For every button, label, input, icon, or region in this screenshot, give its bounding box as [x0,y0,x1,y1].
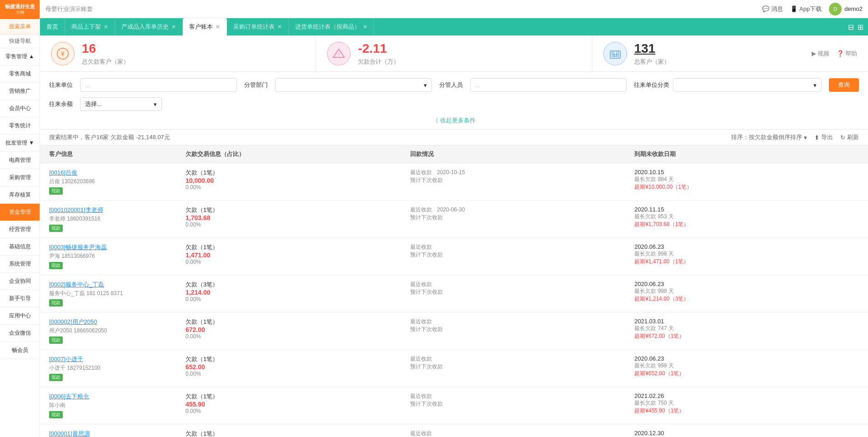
sidebar-item-purchase[interactable]: 采购管理 [0,169,40,186]
customer-id-link[interactable]: [0002]服务中心_丁磊 [49,281,186,289]
debt-customers-icon: ¥ [51,42,75,65]
app-download-button[interactable]: 📱 App下载 [790,5,822,13]
tab-close-purchase-order-stats[interactable]: ✕ [277,24,282,30]
person-input[interactable]: ... [470,78,627,92]
overdue-amount[interactable]: 超期¥10,000.00（1笔） [634,183,859,191]
overdue-amount[interactable]: 超期¥652.00（1笔） [634,370,859,377]
debt-ratio: 0.00% [186,296,410,302]
balance-input[interactable]: 选择... ▾ [80,97,162,111]
collapse-button[interactable]: 《 收起更多条件 [49,116,859,125]
customer-phone: 服务中心_丁磊 181 0125 8371 [49,290,186,297]
due-date-cell: 2020.06.23 最长欠款 998 天 超期¥1,214.00（3笔） [634,281,859,306]
tab-purchase-stats-by-product[interactable]: 进货单统计表（按商品） ✕ [289,18,374,35]
debt-cell: 欠款（1笔） 652.00 0.00% [186,355,410,381]
customer-cell: [0002]服务中心_丁磊 服务中心_丁磊 181 0125 8371 现款 [49,281,186,306]
overdue-amount[interactable]: 超期¥1,703.68（1笔） [634,221,859,228]
sidebar-item-system[interactable]: 系统管理 [0,256,40,273]
minimize-icon[interactable]: ⊟ [848,23,854,31]
tab-purchase-order-stats[interactable]: 采购订单统计表 ✕ [227,18,289,35]
sidebar-item-marketing[interactable]: 营销推广 [0,83,40,100]
due-date-cell: 2020.06.23 最长欠款 998 天 超期¥1,471.00（1笔） [634,243,859,269]
debt-amount: 455.90 [186,401,410,408]
sidebar-item-inventory[interactable]: 库存核算 [0,186,40,204]
from-unit-input[interactable]: ... [80,78,237,92]
debt-cell: 欠款（1笔） 1,703.68 0.00% [186,206,410,232]
sidebar-item-member[interactable]: 会员中心 [0,100,40,117]
customer-id-link[interactable]: [0006]去下粮仓 [49,392,186,401]
sidebar-item-retail-mall[interactable]: 零售商城 [0,65,40,83]
stat-right-actions: ▶ 视频 ❓ 帮助 [812,50,857,58]
sidebar-item-retail-stats[interactable]: 零售统计 [0,117,40,135]
tab-home[interactable]: 首页 [40,18,65,35]
debt-amount: 1,471.00 [186,251,410,259]
sidebar-item-enterprise[interactable]: 企业协同 [0,273,40,290]
sidebar-item-quick-nav[interactable]: 快捷导航 [0,35,40,48]
total-customers-label: 总客户（家） [634,58,670,66]
tab-close-customer-ledger[interactable]: ✕ [216,24,220,30]
refresh-label: 刷新 [847,133,859,141]
tab-close-warehouse-history[interactable]: ✕ [171,24,176,30]
tab-customer-ledger[interactable]: 客户账本 ✕ [183,18,227,35]
sidebar-item-retail-manage[interactable]: 零售管理 ▲ [0,48,40,65]
due-date: 2021.03.01 [634,318,859,325]
sidebar-item-search[interactable]: 搜索菜单 [0,19,40,35]
sidebar-item-basic-info[interactable]: 基础信息 [0,238,40,256]
dept-label: 分管部门 [244,81,271,89]
help-label: 帮助 [845,50,857,58]
export-button[interactable]: ⬆ 导出 [814,133,833,141]
sidebar-item-wholesale-manage[interactable]: 批发管理 ▼ [0,135,40,152]
next-collection: 预计下次收款 [410,400,635,408]
person-placeholder: ... [475,82,480,89]
tab-close-product-listing[interactable]: ✕ [104,24,108,30]
sidebar-item-operations[interactable]: 经营管理 [0,221,40,238]
customer-id-link[interactable]: [0016]吕俊 [49,169,186,177]
col-customer-info: 客户信息 [49,150,186,158]
message-label: 消息 [771,5,783,13]
customer-id-link[interactable]: [0007]小迸千 [49,355,186,363]
customer-cell: [0007]小迸千 小迸千 18279152100 现款 [49,355,186,381]
filter-balance: 往来余额 选择... ▾ [49,97,859,111]
stat-total-customers: 131 总客户（家） ▶ 视频 ❓ 帮助 [592,35,868,71]
query-button[interactable]: 查询 [829,78,859,92]
overdue-amount[interactable]: 超期¥455.90（1笔） [634,407,859,415]
user-menu[interactable]: D demo2 [829,3,863,15]
tab-close-purchase-stats-by-product[interactable]: ✕ [363,24,367,30]
customer-id-link[interactable]: [0001020001]李老师 [49,206,186,214]
refresh-button[interactable]: ↻ 刷新 [840,133,859,141]
customer-id-link[interactable]: [000002]用户2050 [49,318,186,326]
due-date-cell: 2021.02.26 最长欠款 750 天 超期¥455.90（1笔） [634,392,859,418]
tab-warehouse-history[interactable]: 产成品入库单历史 ✕ [115,18,183,35]
overdue-days: 最长欠款 998 天 [634,362,859,370]
view-action[interactable]: ▶ 视频 [812,50,829,58]
sidebar-item-vip[interactable]: 畅会员 [0,342,40,359]
due-date-cell: 2020.06.23 最长欠款 998 天 超期¥652.00（1笔） [634,355,859,381]
overdue-amount[interactable]: 超期¥672.00（1笔） [634,332,859,340]
debt-count: 欠款（3笔） [186,281,410,289]
due-date: 2020.12.30 [634,430,859,437]
category-input[interactable]: ▾ [673,78,822,92]
overdue-amount[interactable]: 超期¥1,214.00（3笔） [634,295,859,303]
debt-amount: 672.00 [186,326,410,333]
tab-purchase-stats-by-product-label: 进货单统计表（按商品） [295,23,360,31]
sidebar-item-wechat[interactable]: 企业微信 [0,325,40,342]
balance-label: 往来余额 [49,100,76,108]
main-content: 母婴行业演示账套 💬 消息 📱 App下载 D demo2 首页 商品上下架 ✕… [40,0,868,437]
customer-phone: 李老师 18600391516 [49,215,186,223]
message-button[interactable]: 💬 消息 [762,5,783,13]
sidebar-item-appstore[interactable]: 应用中心 [0,307,40,325]
tab-product-listing[interactable]: 商品上下架 ✕ [65,18,115,35]
debt-cell: 欠款（1笔） 672.00 0.00% [186,318,410,344]
overdue-amount[interactable]: 超期¥1,471.00（1笔） [634,258,859,266]
expand-icon[interactable]: ⊞ [858,23,863,31]
customer-id-link[interactable]: [000001]黄思源 [49,430,186,437]
sidebar-item-finance[interactable]: 资金管理 [0,204,40,221]
sidebar-item-ecommerce[interactable]: 电商管理 [0,152,40,169]
refresh-icon: ↻ [840,134,845,141]
customer-id-link[interactable]: [0003]畅捷服务尹海蕊 [49,243,186,251]
sidebar-item-guide[interactable]: 新手引导 [0,290,40,307]
dept-input[interactable]: ▾ [275,78,432,92]
sort-button[interactable]: 排序：按欠款金额倒序排序 ▾ [731,133,807,141]
next-collection: 预计下次收款 [410,288,635,296]
customer-tag: 现款 [49,299,63,306]
help-action[interactable]: ❓ 帮助 [837,50,857,58]
